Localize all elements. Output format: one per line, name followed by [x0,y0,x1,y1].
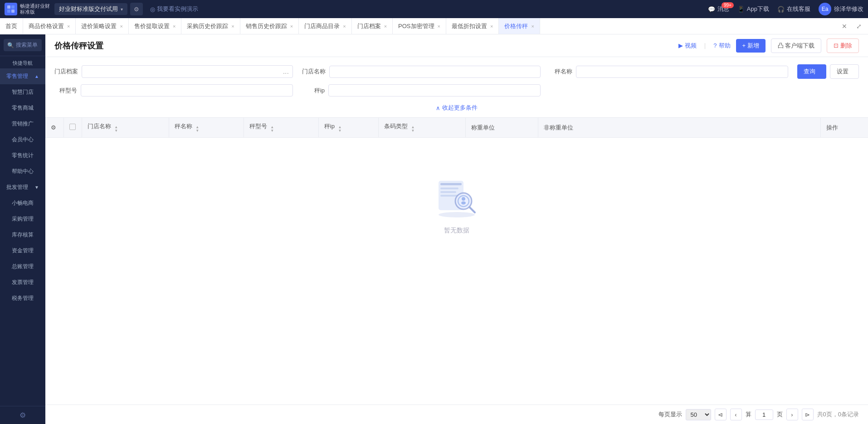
help-label: 帮助 [719,42,731,50]
tab-close-icon[interactable]: × [343,24,346,29]
tab-close-icon[interactable]: × [290,24,293,29]
sidebar-item-retail-mall[interactable]: 零售商城 [0,100,45,116]
settings-button[interactable]: ⚙ [130,3,143,15]
help-link[interactable]: ? 帮助 [713,42,730,50]
tab-pos[interactable]: POS加密管理 × [393,18,446,34]
scale-name-input[interactable] [576,66,788,78]
collapse-button[interactable]: ∧ 收起更多条件 [430,102,483,114]
version-select[interactable]: 好业财标准版交付试用 ▾ [54,3,127,15]
sidebar-item-tax[interactable]: 税务管理 [0,290,45,306]
store-archive-label: 门店档案 [54,67,78,76]
tab-store-archive[interactable]: 门店档案 × [352,18,393,34]
tab-min-discount[interactable]: 最低折扣设置 × [446,18,499,34]
app-download-label: App下载 [747,5,769,13]
sidebar-item-finance[interactable]: 资金管理 [0,243,45,259]
scale-model-label: 秤型号 [54,87,77,95]
scale-ip-label: 秤ip [302,87,325,95]
chevron-down-icon: ▾ [121,7,123,12]
tab-product-price[interactable]: 商品价格设置 × [23,18,76,34]
th-scale-name: 秤名称 ▲▼ [169,118,244,138]
sort-arrows-icon: ▲▼ [195,125,199,133]
online-service-label: 在线客服 [787,5,810,13]
scale-ip-input[interactable] [328,84,541,96]
sidebar-item-retail-mgmt[interactable]: 零售管理 ▲ [0,68,45,84]
tab-label: 商品价格设置 [29,22,64,30]
sidebar-item-label: 智慧门店 [12,88,34,96]
tab-close-icon[interactable]: × [438,24,440,29]
top-bar-right: 💬 消息 99+ 📱 App下载 🎧 在线客服 Ea 徐泽华修改 [708,3,863,15]
sidebar-item-member[interactable]: 会员中心 [0,132,45,148]
last-page-button[interactable]: ⊳ [802,409,814,420]
prev-page-button[interactable]: ‹ [730,409,742,420]
app-sub-name: 标准版 [20,9,50,15]
sidebar-item-invoice[interactable]: 发票管理 [0,275,45,290]
collapse-row: ∧ 收起更多条件 [54,102,859,114]
tab-close-icon[interactable]: × [173,24,176,29]
th-gear[interactable]: ⚙ [45,118,63,138]
chevron-up-icon: ∧ [436,105,440,111]
tab-close-all-button[interactable]: ✕ [839,21,850,32]
sidebar-search-button[interactable]: 🔍 搜索菜单 [4,39,42,51]
first-page-button[interactable]: ⊲ [715,409,727,420]
sidebar-gear-icon[interactable]: ⚙ [20,411,26,419]
online-service-button[interactable]: 🎧 在线客服 [777,5,810,13]
collapse-label: 收起更多条件 [442,104,478,112]
ellipsis-icon[interactable]: ... [283,67,289,76]
message-button[interactable]: 💬 消息 99+ [708,5,729,13]
demo-link[interactable]: ◎ 我要看实例演示 [150,5,198,13]
tab-sale-price[interactable]: 售价提取设置 × [129,18,181,34]
store-name-input[interactable] [329,66,541,78]
sidebar-item-label: 批发管理 [6,183,28,191]
tab-close-icon[interactable]: × [531,24,534,29]
sidebar-item-marketing[interactable]: 营销推广 [0,116,45,132]
tab-purchase-history[interactable]: 采购历史价跟踪 × [181,18,240,34]
video-link[interactable]: ▶ 视频 [678,42,697,50]
th-check[interactable] [63,118,82,138]
sidebar-item-purchase[interactable]: 采购管理 [0,211,45,227]
tab-home[interactable]: 首页 [0,18,23,34]
sidebar-item-label: 会员中心 [12,136,34,144]
filter-row-1: 门店档案 ... 门店名称 秤名称 查询 设置 [54,64,859,79]
sidebar-item-inventory[interactable]: 库存核算 [0,227,45,243]
tab-label: 采购历史价跟踪 [187,22,228,30]
tab-close-icon[interactable]: × [384,24,387,29]
delete-button[interactable]: ⊡ 删除 [827,39,859,53]
tab-close-icon[interactable]: × [490,24,493,29]
tab-close-icon[interactable]: × [67,24,70,29]
tab-store-catalog[interactable]: 门店商品目录 × [299,18,351,34]
query-button[interactable]: 查询 [797,64,826,79]
sidebar-item-label: 发票管理 [12,279,34,286]
add-button[interactable]: + 新增 [736,39,766,53]
sidebar-item-label: 零售统计 [12,152,34,159]
arrow-up-icon: ▲ [34,74,39,79]
download-button[interactable]: 凸 客户端下载 [771,39,822,53]
sidebar-item-xiaochu[interactable]: 小畅电商 [0,195,45,211]
col-non-weight-unit-label: 非称重单位 [544,124,573,131]
scale-model-input[interactable] [81,84,293,96]
sidebar-item-retail-stats[interactable]: 零售统计 [0,148,45,164]
sidebar-item-label: 总账管理 [12,263,34,270]
empty-text: 暂无数据 [444,226,469,235]
tab-close-icon[interactable]: × [120,24,122,29]
close-icon: ✕ [842,23,847,30]
select-all-checkbox[interactable] [69,124,76,130]
next-page-button[interactable]: › [786,409,798,420]
th-non-weight-unit: 非称重单位 [538,118,820,138]
sort-arrows-icon: ▲▼ [338,125,342,133]
page-number-input[interactable] [755,410,773,420]
sidebar-item-help[interactable]: 帮助中心 [0,164,45,179]
tab-sale-history[interactable]: 销售历史价跟踪 × [240,18,299,34]
app-download-button[interactable]: 📱 App下载 [737,5,769,13]
store-archive-input[interactable] [86,68,281,75]
tab-expand-button[interactable]: ⤢ [853,21,864,32]
tab-price-scale[interactable]: 价格传秤 × [499,18,540,34]
sidebar-item-smart-store[interactable]: 智慧门店 [0,84,45,100]
page-size-select[interactable]: 50 10 20 100 [686,409,711,420]
user-menu[interactable]: Ea 徐泽华修改 [819,3,863,15]
sidebar-item-wholesale[interactable]: 批发管理 ▼ [0,179,45,195]
sidebar-item-general-ledger[interactable]: 总账管理 [0,259,45,275]
sidebar-item-quick-nav[interactable]: 快捷导航 [0,56,45,68]
tab-purchase-strategy[interactable]: 进价策略设置 × [76,18,128,34]
set-button[interactable]: 设置 [830,64,859,79]
tab-close-icon[interactable]: × [231,24,234,29]
